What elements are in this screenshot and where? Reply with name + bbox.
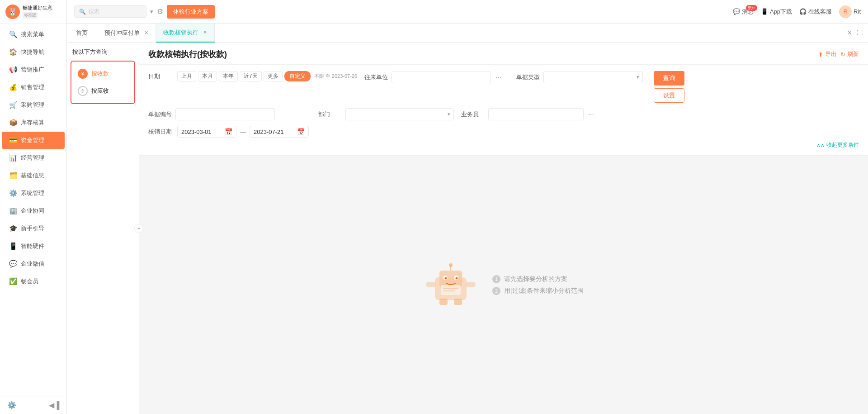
header-gear-icon[interactable]: ⚙	[157, 7, 163, 16]
svg-rect-12	[441, 285, 461, 295]
sidebar-item-finance[interactable]: 💳 资金管理	[2, 132, 65, 149]
sidebar-menu: 🔍 搜索菜单 🏠 快捷导航 📢 营销推广 💰 销售管理 🛒 采购管理 📦 库存核…	[0, 24, 66, 396]
sidebar-item-marketing[interactable]: 📢 营销推广	[2, 61, 65, 78]
receivable-icon: ⏱	[78, 86, 88, 96]
sidebar-item-guide[interactable]: 🎓 新手引导	[2, 220, 65, 237]
tab-home[interactable]: 首页	[67, 24, 97, 43]
folder-icon: 🗂️	[9, 171, 17, 180]
counterparty-label: 往来单位	[364, 73, 390, 81]
notification-badge: 99+	[746, 5, 757, 11]
sidebar-item-purchase[interactable]: 🛒 采购管理	[2, 96, 65, 114]
header-dropdown-icon[interactable]: ▾	[150, 8, 153, 15]
tab-close-writeoff[interactable]: ✕	[203, 29, 207, 35]
calendar-to-icon[interactable]: 📅	[297, 128, 305, 135]
filter-area: 日期 上月 本月 本年 近7天 更多 自定义 不限 至 2023-07-26	[139, 65, 868, 156]
tab-expand-icon[interactable]: ⛶	[857, 29, 863, 36]
message-icon: 💬	[733, 8, 740, 15]
sidebar-item-operations[interactable]: 📊 经营管理	[2, 149, 65, 167]
export-button[interactable]: ⬆ 导出	[818, 50, 837, 58]
tab-prepay-label: 预付冲应付单	[104, 29, 140, 37]
doc-type-select[interactable]	[543, 71, 643, 83]
cart-icon: 🛒	[9, 101, 17, 109]
date-btn-this-month[interactable]: 本月	[198, 71, 217, 81]
sidebar-item-basic-info[interactable]: 🗂️ 基础信息	[2, 167, 65, 184]
svg-point-5	[456, 277, 458, 280]
sidebar-item-label: 系统管理	[21, 189, 44, 197]
salesperson-dots-btn[interactable]: ···	[585, 109, 597, 119]
search-icon: 🔍	[79, 9, 86, 15]
sidebar-item-label: 采购管理	[21, 101, 44, 109]
writeoff-date-to-wrapper: 📅	[250, 126, 309, 138]
search-icon: 🔍	[9, 30, 17, 38]
export-icon: ⬆	[818, 51, 823, 58]
sidebar-item-label: 畅会员	[21, 277, 38, 286]
search-placeholder: 搜索	[89, 8, 99, 15]
tab-prepay[interactable]: 预付冲应付单 ✕	[97, 24, 156, 43]
notification-item[interactable]: 💬 消息 99+	[733, 8, 754, 16]
doc-number-input[interactable]	[175, 108, 275, 120]
setting-button[interactable]: 设置	[654, 88, 684, 103]
app-download-item[interactable]: 📱 App下载	[761, 8, 792, 16]
doc-number-label: 单据编号	[148, 110, 174, 119]
filter-by-receivable[interactable]: ⏱ 按应收	[73, 82, 132, 100]
tab-bar-actions: ✕ ⛶	[847, 29, 868, 36]
empty-state: 1 请先选择要分析的方案 2 用[过滤]条件来缩小分析范围	[424, 262, 584, 308]
date-btn-this-year[interactable]: 本年	[219, 71, 238, 81]
sidebar-item-sales[interactable]: 💰 销售管理	[2, 79, 65, 96]
header-right: 💬 消息 99+ 📱 App下载 🎧 在线客服 R Rit	[733, 5, 861, 18]
date-btn-last-month[interactable]: 上月	[177, 71, 196, 81]
page-actions: ⬆ 导出 ↻ 刷新	[818, 50, 859, 58]
writeoff-date-from-wrapper: 📅	[177, 126, 236, 138]
tab-writeoff[interactable]: 收款核销执行 ✕	[156, 24, 215, 43]
tip-text-2: 用[过滤]条件来缩小分析范围	[504, 287, 584, 295]
sidebar-item-enterprise[interactable]: 🏢 企业协同	[2, 202, 65, 219]
writeoff-date-to-input[interactable]	[254, 128, 294, 135]
sidebar-item-system[interactable]: ⚙️ 系统管理	[2, 185, 65, 202]
filter-by-receipt[interactable]: ¥ 按收款	[73, 65, 132, 82]
sidebar-item-inventory[interactable]: 📦 库存核算	[2, 114, 65, 131]
query-button[interactable]: 查询	[654, 71, 684, 86]
solution-button[interactable]: 体验行业方案	[167, 5, 215, 19]
sidebar-item-label: 销售管理	[21, 83, 44, 91]
svg-rect-11	[454, 299, 462, 305]
money-icon: 💰	[9, 83, 17, 91]
date-to-text: 至 2023-07-26	[326, 73, 357, 79]
header-search-box[interactable]: 🔍 搜索	[74, 5, 146, 18]
counterparty-dots-btn[interactable]: ···	[493, 72, 504, 82]
user-profile[interactable]: R Rit	[839, 5, 861, 18]
date-btn-7days[interactable]: 近7天	[240, 71, 262, 81]
hardware-icon: 📱	[9, 242, 17, 250]
date-btn-more[interactable]: 更多	[264, 71, 283, 81]
sidebar-item-quick-nav[interactable]: 🏠 快捷导航	[2, 43, 65, 61]
sidebar-item-member[interactable]: ✅ 畅会员	[2, 273, 65, 290]
date-custom-badge[interactable]: 自定义	[284, 71, 311, 81]
collapse-conditions-btn[interactable]: ∧∧ 收起更多条件	[816, 141, 859, 149]
filter-by-receipt-label: 按收款	[91, 70, 109, 78]
tab-close-all-icon[interactable]: ✕	[847, 29, 852, 36]
writeoff-date-from-input[interactable]	[181, 128, 222, 135]
salesperson-input[interactable]	[488, 108, 584, 120]
date-label: 日期	[148, 72, 174, 81]
tab-close-prepay[interactable]: ✕	[144, 30, 148, 36]
wechat-icon: 💬	[9, 260, 17, 268]
svg-rect-9	[466, 282, 476, 287]
settings-bottom-icon[interactable]: ⚙️	[7, 401, 16, 409]
writeoff-date-label: 核销日期	[148, 128, 174, 136]
counterparty-input[interactable]	[392, 71, 491, 83]
sidebar-item-search[interactable]: 🔍 搜索菜单	[2, 26, 65, 43]
sidebar-item-hardware[interactable]: 📱 智能硬件	[2, 238, 65, 255]
sidebar-item-label: 新手引导	[21, 224, 44, 233]
svg-rect-8	[426, 282, 436, 287]
collapse-sidebar-icon[interactable]: ◀▐	[49, 401, 59, 409]
left-panel-collapse-btn[interactable]: »	[134, 224, 143, 233]
collapse-icon: ∧∧	[816, 142, 825, 148]
sidebar-item-label: 基础信息	[21, 171, 44, 180]
left-panel: 按以下方查询 ¥ 按收款 ⏱ 按应收 »	[67, 43, 139, 414]
online-support-item[interactable]: 🎧 在线客服	[799, 8, 832, 16]
department-select[interactable]	[345, 108, 454, 120]
header-left: 🔍 搜索 ▾ ⚙ 体验行业方案	[74, 5, 215, 19]
refresh-button[interactable]: ↻ 刷新	[840, 50, 859, 58]
sidebar-item-wechat[interactable]: 💬 企业微信	[2, 255, 65, 272]
calendar-from-icon[interactable]: 📅	[225, 128, 232, 135]
main-area: 🔍 搜索 ▾ ⚙ 体验行业方案 💬 消息 99+ 📱 App下载 🎧 在线客服	[67, 0, 868, 414]
